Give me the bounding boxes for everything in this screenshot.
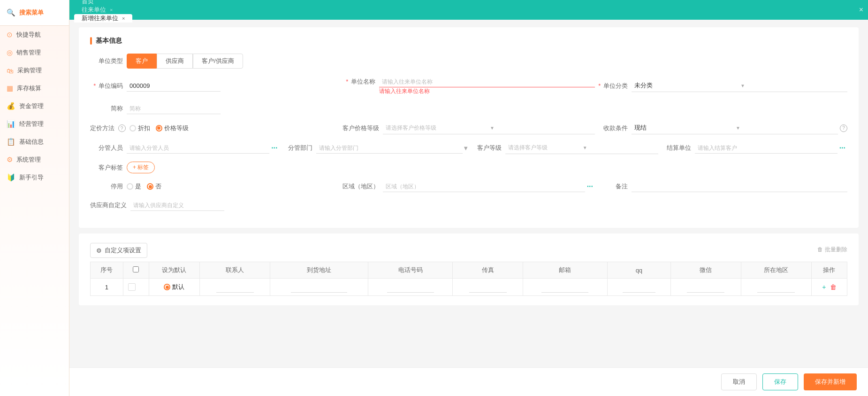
save-button[interactable]: 保存 bbox=[762, 373, 798, 390]
unit-type-customer-button[interactable]: 客户 bbox=[127, 54, 157, 69]
guide-icon: 🔰 bbox=[7, 173, 15, 182]
batch-delete-button[interactable]: 🗑 批量删除 bbox=[817, 246, 847, 254]
title-bar-icon bbox=[90, 37, 92, 45]
customer-level-field: 客户等级 请选择客户等级 ▼ bbox=[469, 142, 658, 154]
table-row: 1 默认 + 🗑 bbox=[91, 279, 847, 296]
sidebar-item-inventory[interactable]: ▦库存核算 bbox=[0, 79, 69, 97]
email-input-0[interactable] bbox=[541, 281, 588, 293]
tab-home[interactable]: 首页 bbox=[74, 0, 132, 6]
select-all-checkbox[interactable] bbox=[133, 266, 139, 272]
region-more-button[interactable]: ··· bbox=[585, 182, 595, 191]
tab-close-new-partner[interactable]: × bbox=[122, 16, 125, 21]
pricing-discount-radio[interactable]: 折扣 bbox=[129, 124, 150, 132]
main-area: 首页往来单位×新增往来单位× × 基本信息 单位类型 客户供应商客户/供应商 bbox=[69, 0, 868, 396]
manager-more-button[interactable]: ··· bbox=[269, 144, 279, 152]
phone-cell[interactable] bbox=[368, 279, 453, 296]
custom-settings-button[interactable]: ⚙ 自定义项设置 bbox=[90, 243, 147, 258]
region-input[interactable] bbox=[383, 181, 585, 192]
wechat-cell[interactable] bbox=[670, 279, 741, 296]
unit-name-field: * 单位名称 请输入往来单位名称 bbox=[343, 76, 595, 95]
sidebar-item-system[interactable]: ⚙系统管理 bbox=[0, 151, 69, 169]
sidebar-item-guide[interactable]: 🔰新手引导 bbox=[0, 169, 69, 186]
default-radio-0[interactable] bbox=[164, 284, 170, 290]
sidebar-search[interactable]: 🔍 搜索菜单 bbox=[0, 5, 69, 21]
contact-cell[interactable] bbox=[200, 279, 270, 296]
save-new-button[interactable]: 保存并新增 bbox=[804, 373, 857, 390]
dept-input[interactable] bbox=[316, 142, 463, 154]
unit-type-supplier-button[interactable]: 供应商 bbox=[157, 54, 193, 69]
close-all-button[interactable]: × bbox=[859, 6, 863, 14]
payment-terms-select[interactable]: 现结 ▼ bbox=[632, 122, 838, 134]
address-cell[interactable] bbox=[270, 279, 368, 296]
settlement-field: 结算单位 ··· bbox=[658, 142, 848, 154]
email-cell[interactable] bbox=[523, 279, 608, 296]
qq-input-0[interactable] bbox=[623, 281, 655, 293]
tab-new-partner[interactable]: 新增往来单位× bbox=[74, 14, 132, 23]
dept-label: 分管部门 bbox=[280, 144, 312, 152]
manager-input[interactable] bbox=[127, 142, 269, 154]
page-content: 基本信息 单位类型 客户供应商客户/供应商 * 单位编码 bbox=[69, 20, 868, 367]
tabs-container: 首页往来单位×新增往来单位× bbox=[74, 0, 132, 23]
no-radio-circle bbox=[147, 183, 153, 190]
fax-input-0[interactable] bbox=[469, 281, 507, 293]
qq-cell[interactable] bbox=[607, 279, 670, 296]
pricing-label: 定价方法 ? bbox=[90, 124, 126, 132]
unit-category-field: * 单位分类 未分类 ▼ bbox=[595, 79, 847, 92]
sidebar-item-basic[interactable]: 📋基础信息 bbox=[0, 133, 69, 151]
gear-icon: ⚙ bbox=[96, 247, 102, 254]
settlement-input[interactable] bbox=[695, 142, 838, 154]
tags-field: 客户标签 + 标签 bbox=[90, 162, 847, 173]
unit-code-input[interactable] bbox=[127, 80, 221, 92]
sidebar-item-quick-nav[interactable]: ⊙快捷导航 bbox=[0, 26, 69, 44]
supplier-custom-input[interactable] bbox=[130, 200, 224, 211]
unit-name-input[interactable] bbox=[379, 76, 595, 87]
unit-type-both-button[interactable]: 客户/供应商 bbox=[193, 54, 243, 69]
unit-type-label: 单位类型 bbox=[90, 57, 123, 65]
table-col-1 bbox=[123, 262, 149, 279]
section-title: 基本信息 bbox=[90, 37, 847, 45]
customer-price-select[interactable]: 请选择客户价格等级 ▼ bbox=[383, 122, 595, 134]
pricing-help-icon[interactable]: ? bbox=[118, 124, 126, 132]
contact-input-0[interactable] bbox=[216, 281, 254, 293]
default-cell[interactable]: 默认 bbox=[149, 279, 199, 296]
unit-name-error: 请输入往来单位名称 bbox=[379, 88, 430, 94]
payment-help-icon[interactable]: ? bbox=[840, 124, 847, 132]
sidebar-item-sales[interactable]: ◎销售管理 bbox=[0, 44, 69, 62]
unit-category-select[interactable]: 未分类 ▼ bbox=[632, 79, 847, 92]
table-col-5: 电话号码 bbox=[368, 262, 453, 279]
sidebar-item-purchase[interactable]: 🛍采购管理 bbox=[0, 62, 69, 79]
customer-level-select[interactable]: 请选择客户等级 ▼ bbox=[505, 142, 658, 154]
disabled-label: 停用 bbox=[90, 182, 123, 191]
add-tag-button[interactable]: + 标签 bbox=[127, 162, 155, 173]
sales-icon: ◎ bbox=[7, 48, 13, 57]
row-region-input-0[interactable] bbox=[757, 281, 795, 293]
disabled-yes-radio[interactable]: 是 bbox=[127, 182, 141, 191]
wechat-input-0[interactable] bbox=[687, 281, 724, 293]
disabled-field: 停用 是 否 bbox=[90, 182, 343, 191]
tab-label-partner-list: 往来单位 bbox=[82, 6, 106, 14]
checkbox-cell[interactable] bbox=[123, 279, 149, 296]
tab-close-partner-list[interactable]: × bbox=[110, 7, 113, 13]
sidebar-item-operation[interactable]: 📊经营管理 bbox=[0, 115, 69, 133]
row-checkbox-0[interactable] bbox=[128, 283, 136, 291]
system-icon: ⚙ bbox=[7, 155, 13, 164]
contact-table: 序号设为默认联系人到货地址电话号码传真邮箱qq微信所在地区操作 1 默认 + 🗑 bbox=[90, 262, 847, 296]
sidebar-item-finance[interactable]: 💰资金管理 bbox=[0, 97, 69, 115]
tab-partner-list[interactable]: 往来单位× bbox=[74, 6, 132, 14]
abbr-field: 简称 bbox=[90, 103, 847, 114]
del-row-button-0[interactable]: 🗑 bbox=[830, 283, 837, 291]
settlement-more-button[interactable]: ··· bbox=[838, 144, 847, 152]
add-row-button-0[interactable]: + bbox=[822, 283, 826, 291]
cancel-button[interactable]: 取消 bbox=[721, 373, 757, 390]
phone-input-0[interactable] bbox=[387, 281, 434, 293]
pricing-level-radio[interactable]: 价格等级 bbox=[156, 124, 189, 132]
remark-input[interactable] bbox=[632, 181, 847, 192]
manager-label: 分管人员 bbox=[90, 144, 123, 152]
customer-level-label: 客户等级 bbox=[469, 144, 502, 152]
batch-delete-icon: 🗑 bbox=[817, 246, 823, 253]
abbr-input[interactable] bbox=[127, 103, 221, 114]
fax-cell[interactable] bbox=[453, 279, 523, 296]
disabled-no-radio[interactable]: 否 bbox=[147, 182, 161, 191]
address-input-0[interactable] bbox=[291, 281, 347, 293]
region-cell[interactable] bbox=[741, 279, 811, 296]
